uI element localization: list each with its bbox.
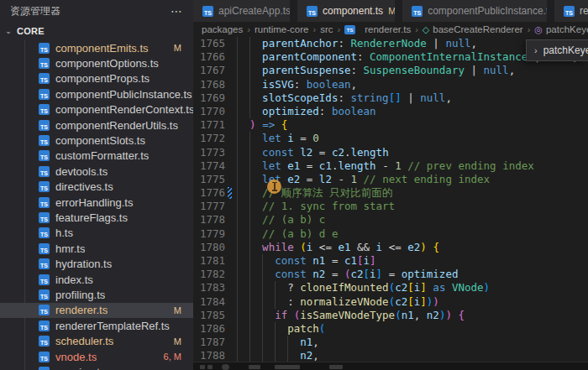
code-text: slotScopeIds: string[] | null, (237, 91, 452, 105)
code-line: 1775 let e2 = l2 - 1 // next ending inde… (193, 173, 588, 186)
tab-apiCreateApp-ts[interactable]: TSapiCreateApp.ts (193, 0, 290, 22)
code-text: // 顺序算法 只对比前面的 (237, 186, 392, 200)
editor-pane: TSapiCreateApp.tsTScomponent.tsMTScompon… (193, 0, 588, 370)
typescript-file-icon: TS (307, 6, 318, 17)
typescript-file-icon: TS (39, 181, 50, 192)
line-number: 1774 (193, 159, 225, 173)
line-number: 1775 (193, 173, 225, 186)
sidebar-item-h-ts[interactable]: TSh.ts (0, 226, 193, 241)
sidebar-item-componentRenderUtils-ts[interactable]: TScomponentRenderUtils.ts (0, 117, 193, 133)
sidebar-item-index-ts[interactable]: TSindex.ts (0, 272, 193, 287)
indent-guide (237, 91, 238, 105)
sidebar-item-featureFlags-ts[interactable]: TSfeatureFlags.ts (0, 210, 193, 225)
file-name: hmr.ts (55, 242, 85, 255)
sidebar-item-componentProps-ts[interactable]: TScomponentProps.ts (0, 71, 193, 86)
gutter-marker-column (225, 227, 237, 241)
line-number: 1782 (193, 268, 225, 281)
breadcrumb-item-runtime-core[interactable]: runtime-core (255, 24, 309, 34)
tab-component-ts[interactable]: TScomponent.tsM (297, 0, 395, 22)
indent-guide (249, 146, 250, 159)
breadcrumb-item-baseCreateRenderer[interactable]: ◇baseCreateRenderer (423, 24, 523, 34)
overlay-glyph (249, 365, 260, 369)
sidebar-item-componentSlots-ts[interactable]: TScomponentSlots.ts (0, 133, 193, 148)
sidebar-item-vnode-ts[interactable]: TSvnode.ts6, M (0, 349, 193, 364)
sidebar-item-hydration-ts[interactable]: TShydration.ts (0, 256, 193, 271)
file-name: errorHandling.ts (55, 196, 134, 209)
file-name: customFormatter.ts (55, 149, 149, 162)
sidebar-item-customFormatter-ts[interactable]: TScustomFormatter.ts (0, 149, 193, 164)
indent-guide (237, 268, 238, 281)
overlay-glyph (207, 365, 213, 369)
typescript-file-icon: TS (39, 258, 50, 269)
chevron-right-icon: › (247, 24, 250, 34)
sidebar-item-componentOptions-ts[interactable]: TScomponentOptions.ts (0, 55, 193, 70)
sidebar-item-devtools-ts[interactable]: TSdevtools.ts (0, 164, 193, 179)
overlay-glyph (200, 365, 205, 369)
code-line: 1786 patch( (193, 322, 588, 336)
breadcrumb-item-renderer-ts[interactable]: TSrenderer.ts (344, 24, 411, 34)
symbol-peek-widget[interactable]: › patchKeye (526, 39, 588, 61)
tab-componentPublicInstance-ts[interactable]: TScomponentPublicInstance.ts (402, 0, 547, 22)
typescript-file-icon: TS (39, 104, 50, 115)
indent-guide (237, 227, 238, 241)
symbol-method-icon: ◎ (534, 25, 543, 34)
sidebar-item-hmr-ts[interactable]: TShmr.ts (0, 241, 193, 256)
indent-guide (249, 281, 250, 294)
code-line: 1777 // 1. sync from start (193, 200, 588, 213)
sidebar-item-scheduler-ts[interactable]: TSscheduler.tsM (0, 333, 193, 348)
code-line: 1784 : normalizeVNode(c2[i])) (193, 295, 588, 309)
code-line: 1782 const n2 = (c2[i] = optimized (193, 268, 588, 281)
sidebar-item-profiling-ts[interactable]: TSprofiling.ts (0, 287, 193, 302)
gutter-marker-column (225, 50, 237, 64)
line-number: 1779 (193, 227, 225, 241)
indent-guide (237, 241, 238, 254)
typescript-file-icon: TS (39, 150, 50, 161)
sidebar-item-componentEmits-ts[interactable]: TScomponentEmits.tsM (0, 40, 193, 55)
file-name: hydration.ts (55, 258, 112, 270)
line-number: 1776 (193, 186, 225, 200)
sidebar-item-directives-ts[interactable]: TSdirectives.ts (0, 180, 193, 195)
tab-label: component.ts (323, 5, 383, 17)
file-name: rendererTemplateRef.ts (55, 320, 170, 332)
code-editor[interactable]: 1765 parentAnchor: RendererNode | null,1… (193, 37, 588, 370)
breadcrumb-item-patchKeyedChild[interactable]: ◎patchKeyedChild (534, 24, 588, 34)
section-label: CORE (17, 26, 45, 36)
sidebar-item-renderer-ts[interactable]: TSrenderer.tsM (0, 303, 193, 318)
file-name: scheduler.ts (55, 335, 113, 347)
indent-guide (249, 159, 250, 173)
sidebar-item-rendererTemplateRef-ts[interactable]: TSrendererTemplateRef.ts (0, 318, 193, 333)
gutter-marker-column (225, 322, 237, 336)
line-number: 1770 (193, 105, 225, 118)
sidebar-item-componentRenderContext-ts[interactable]: TScomponentRenderContext.ts (0, 102, 193, 117)
file-name: devtools.ts (55, 165, 108, 178)
explorer-sidebar: 资源管理器 ⋯ ⌄ CORE TScomponentEmits.tsMTScom… (0, 0, 193, 370)
file-name: featureFlags.ts (55, 211, 128, 224)
more-actions-icon[interactable]: ⋯ (171, 4, 183, 18)
tab-re[interactable]: TSre (554, 0, 588, 22)
file-name: renderer.ts (55, 304, 108, 316)
file-name: componentPublicInstance.ts (55, 88, 192, 101)
code-text: // 1. sync from start (237, 200, 395, 213)
indent-guide (249, 105, 250, 118)
typescript-file-icon: TS (39, 166, 50, 177)
breadcrumb-item-src[interactable]: src (320, 24, 333, 34)
typescript-file-icon: TS (564, 6, 575, 17)
typescript-file-icon: TS (39, 243, 50, 254)
sidebar-item-errorHandling-ts[interactable]: TSerrorHandling.ts (0, 195, 193, 210)
indent-guide (275, 322, 276, 336)
section-header-core[interactable]: ⌄ CORE (0, 23, 193, 39)
code-line: 1785 if (isSameVNodeType(n1, n2)) { (193, 309, 588, 322)
symbol-peek-label: patchKeye (543, 44, 588, 56)
file-name: componentProps.ts (55, 72, 150, 85)
breadcrumb-item-packages[interactable]: packages (202, 24, 243, 34)
sidebar-item-componentPublicInstance-ts[interactable]: TScomponentPublicInstance.ts (0, 86, 193, 102)
chevron-right-icon: › (415, 24, 418, 34)
sidebar-item-warning-ts[interactable]: TSwarning.ts (0, 364, 193, 370)
line-number: 1784 (193, 295, 225, 309)
indent-guide (275, 295, 276, 309)
tab-git-badge: M (388, 6, 395, 16)
overlay-glyph (275, 365, 300, 369)
line-number: 1780 (193, 241, 225, 254)
indent-guide (249, 78, 250, 91)
typescript-file-icon: TS (39, 274, 50, 285)
